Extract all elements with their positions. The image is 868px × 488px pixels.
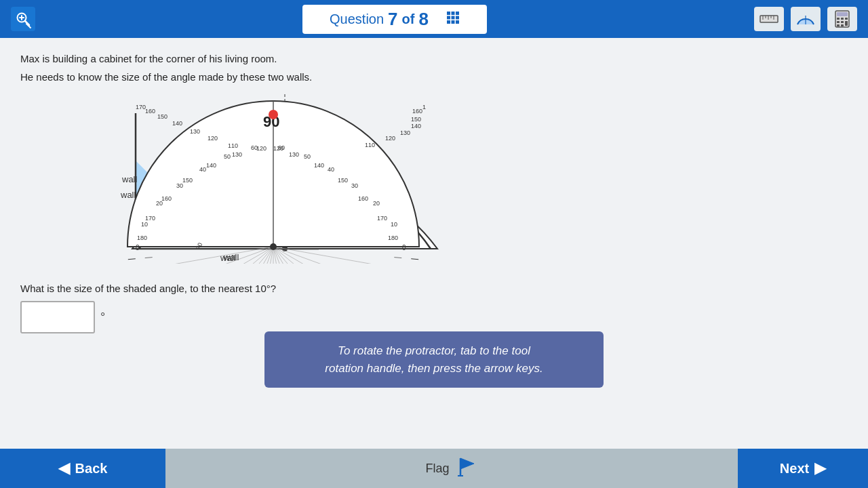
svg-rect-5 <box>451 12 454 15</box>
svg-text:140: 140 <box>411 123 421 129</box>
svg-text:0: 0 <box>402 244 406 251</box>
svg-rect-24 <box>841 18 844 20</box>
protractor-tool-button[interactable] <box>791 7 821 31</box>
svg-text:30: 30 <box>351 182 358 189</box>
svg-text:110: 110 <box>228 142 238 149</box>
svg-rect-23 <box>837 18 840 20</box>
svg-text:150: 150 <box>157 113 167 120</box>
answer-input-row: ° <box>20 301 848 333</box>
svg-text:180: 180 <box>388 235 398 241</box>
svg-text:170: 170 <box>377 215 387 222</box>
question-number: 7 <box>388 9 397 30</box>
svg-text:40: 40 <box>328 166 334 173</box>
grid-icon[interactable] <box>446 11 460 28</box>
svg-line-103 <box>273 247 347 264</box>
svg-line-39 <box>128 259 136 260</box>
svg-line-48 <box>166 247 273 264</box>
svg-text:10: 10 <box>141 221 148 228</box>
svg-text:150: 150 <box>182 177 193 184</box>
back-arrow-icon: ◀ <box>58 460 70 477</box>
svg-line-118 <box>273 247 380 264</box>
question-line1: Max is building a cabinet for the corner… <box>20 52 848 67</box>
svg-text:20: 20 <box>373 200 380 207</box>
svg-marker-176 <box>460 458 474 469</box>
next-label: Next <box>780 461 809 476</box>
next-arrow-icon: ▶ <box>814 460 826 477</box>
svg-line-124 <box>411 259 418 260</box>
svg-rect-4 <box>447 12 450 15</box>
svg-text:130: 130 <box>289 151 299 158</box>
svg-point-130 <box>269 110 278 119</box>
svg-text:120: 120 <box>256 145 267 152</box>
svg-line-1 <box>25 21 29 25</box>
svg-text:150: 150 <box>338 177 348 184</box>
header-left <box>11 7 35 31</box>
svg-text:140: 140 <box>314 162 324 169</box>
question-label: Question <box>330 12 384 27</box>
svg-rect-6 <box>456 12 459 15</box>
svg-text:50: 50 <box>224 153 231 160</box>
back-button[interactable]: ◀ Back <box>0 449 165 488</box>
svg-text:130: 130 <box>190 128 200 135</box>
svg-text:160: 160 <box>358 195 368 202</box>
svg-text:170: 170 <box>422 104 426 110</box>
svg-rect-29 <box>837 24 840 26</box>
answer-area: What is the size of the shaded angle, to… <box>20 283 848 333</box>
svg-text:160: 160 <box>412 108 422 115</box>
svg-text:170: 170 <box>145 215 155 222</box>
header: Question 7 of 8 <box>0 0 868 38</box>
svg-rect-30 <box>841 24 844 26</box>
wall-label-bottom: wall <box>224 252 239 262</box>
svg-text:160: 160 <box>145 108 155 115</box>
svg-line-73 <box>235 247 273 264</box>
svg-text:130: 130 <box>400 129 410 136</box>
svg-rect-25 <box>845 18 848 20</box>
svg-rect-12 <box>456 20 459 24</box>
header-tools <box>754 7 857 31</box>
svg-rect-9 <box>456 16 459 19</box>
footer: ◀ Back Flag Next ▶ <box>0 449 868 488</box>
svg-text:120: 120 <box>385 135 395 142</box>
wall-label-left: wall <box>122 174 137 184</box>
question-counter: Question 7 of 8 <box>302 5 487 34</box>
protractor-area: wall wall <box>20 93 848 269</box>
svg-rect-11 <box>451 20 454 24</box>
svg-text:110: 110 <box>365 142 375 148</box>
ruler-tool-button[interactable] <box>754 7 784 31</box>
svg-text:160: 160 <box>161 195 172 202</box>
svg-line-40 <box>145 258 153 258</box>
main-content: Max is building a cabinet for the corner… <box>0 38 868 449</box>
svg-line-93 <box>273 247 312 264</box>
svg-rect-22 <box>837 12 848 16</box>
svg-text:150: 150 <box>411 116 421 123</box>
svg-text:120: 120 <box>208 135 218 142</box>
svg-text:130: 130 <box>232 151 242 158</box>
svg-text:40: 40 <box>199 166 206 173</box>
next-button[interactable]: Next ▶ <box>738 449 868 488</box>
svg-text:10: 10 <box>391 221 397 228</box>
total-questions: 8 <box>418 9 428 30</box>
svg-text:0: 0 <box>136 244 140 251</box>
angle-answer-input[interactable] <box>20 301 95 333</box>
svg-text:140: 140 <box>206 162 216 169</box>
back-label: Back <box>75 461 108 476</box>
answer-question: What is the size of the shaded angle, to… <box>20 283 848 294</box>
protractor-svg[interactable]: 90 0 10 20 30 40 50 60 70 180 170 <box>121 94 426 264</box>
svg-rect-8 <box>451 16 454 19</box>
flag-icon[interactable] <box>456 455 478 481</box>
tooltip-text: To rotate the protractor, tab to the too… <box>325 344 542 375</box>
svg-rect-10 <box>447 20 450 24</box>
question-line2: He needs to know the size of the angle m… <box>20 70 848 85</box>
svg-rect-26 <box>837 21 840 23</box>
svg-text:120: 120 <box>273 145 283 152</box>
svg-text:140: 140 <box>172 120 182 127</box>
calculator-tool-button[interactable] <box>827 7 857 31</box>
svg-rect-28 <box>845 21 848 26</box>
flag-label: Flag <box>425 462 449 476</box>
svg-text:180: 180 <box>137 235 147 241</box>
svg-text:50: 50 <box>304 153 311 160</box>
zoom-button[interactable] <box>11 7 35 31</box>
of-label: of <box>402 12 415 27</box>
footer-center: Flag <box>165 449 738 488</box>
svg-rect-7 <box>447 16 450 19</box>
